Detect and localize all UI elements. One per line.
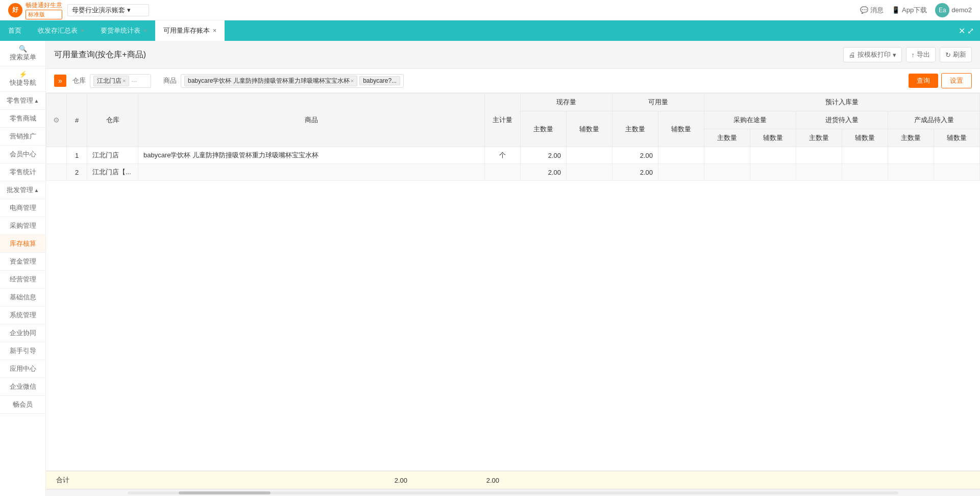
sidebar-item-retail-stats[interactable]: 零售统计 (0, 163, 45, 181)
sidebar-item-purchase[interactable]: 采购管理 (0, 217, 45, 235)
filter-row: 仓库 江北门店 × ··· 商品 babycare学饮杯 儿童防摔防撞吸管杯重力… (72, 74, 902, 88)
export-icon: ↑ (912, 51, 915, 59)
th-purchase-transit-aux: 辅数量 (750, 129, 796, 147)
warehouse-more-dots[interactable]: ··· (131, 77, 137, 85)
sidebar-item-retail-mall-label: 零售商城 (4, 114, 41, 123)
print-label: 按模板打印 (857, 50, 891, 59)
top-bar-left: 好 畅捷通好生意 标准版 母婴行业演示账套 ▾ (8, 1, 149, 19)
tab-available-stock[interactable]: 可用量库存账本 × (155, 20, 225, 41)
sidebar-item-quick-nav-label: 快捷导航 (4, 78, 41, 87)
th-goods-pending-main: 主数量 (796, 129, 842, 147)
sidebar-item-finance-label: 资金管理 (4, 257, 41, 266)
print-icon: 🖨 (849, 51, 855, 59)
warehouse-tag-remove[interactable]: × (122, 78, 126, 84)
company-select[interactable]: 母婴行业演示账套 ▾ (67, 4, 149, 16)
query-btn[interactable]: 查询 (909, 74, 938, 88)
page-header: 可用量查询(按仓库+商品) 🖨 按模板打印 ▾ ↑ 导出 ↻ 刷新 (46, 41, 980, 69)
row2-stock-aux (567, 164, 612, 181)
table-footer: 合计 2.00 2.00 (46, 470, 980, 489)
avatar: Ea (935, 3, 949, 17)
warehouse-tag-jiangbei: 江北门店 × (93, 76, 129, 86)
sidebar-item-enterprise-wechat[interactable]: 企业微信 (0, 378, 45, 396)
user-area[interactable]: Ea demo2 (935, 3, 972, 17)
sidebar-item-marketing-label: 营销推广 (4, 132, 41, 141)
sidebar-item-retail-stats-label: 零售统计 (4, 168, 41, 177)
row1-purchase-transit-main (704, 147, 750, 164)
app-download-btn[interactable]: 📱 App下载 (892, 6, 927, 15)
th-stock-aux: 辅数量 (567, 111, 612, 147)
sidebar-item-finance[interactable]: 资金管理 (0, 253, 45, 271)
sidebar-item-member-center[interactable]: 会员中心 (0, 146, 45, 163)
row2-product-pending-main (888, 164, 934, 181)
th-index: # (67, 93, 87, 147)
sidebar-item-marketing[interactable]: 营销推广 (0, 128, 45, 146)
sidebar-item-operations[interactable]: 经营管理 (0, 271, 45, 289)
row2-unit (485, 164, 521, 181)
tab-receive[interactable]: 收发存汇总表 × (30, 20, 92, 41)
logo-text: 畅捷通好生意 (26, 1, 62, 10)
sidebar-item-retail-mall[interactable]: 零售商城 (0, 110, 45, 128)
wholesale-label: 批发管理 (7, 185, 33, 195)
sidebar-item-system-mgmt[interactable]: 系统管理 (0, 306, 45, 324)
sidebar-item-purchase-label: 采购管理 (4, 221, 41, 230)
product-tag-babycare-remove[interactable]: × (351, 78, 354, 84)
th-product-pending: 产成品待入量 (888, 111, 980, 129)
filter-expand-btn[interactable]: » (54, 75, 66, 87)
sidebar-item-app-center[interactable]: 应用中心 (0, 360, 45, 378)
sidebar-item-enterprise-collab[interactable]: 企业协同 (0, 324, 45, 342)
sidebar-item-ecommerce-label: 电商管理 (4, 203, 41, 212)
tab-order-stat[interactable]: 要货单统计表 × (92, 20, 155, 41)
sidebar-item-inventory[interactable]: 库存核算 (0, 235, 45, 253)
row2-goods-pending-aux (842, 164, 888, 181)
refresh-icon: ↻ (945, 51, 951, 59)
settings-gear-icon[interactable]: ⚙ (53, 116, 60, 124)
row1-settings (46, 147, 67, 164)
th-settings[interactable]: ⚙ (46, 93, 67, 147)
row2-purchase-transit-aux (750, 164, 796, 181)
tab-order-stat-close[interactable]: × (143, 27, 147, 34)
nav-tabs: 首页 收发存汇总表 × 要货单统计表 × 可用量库存账本 × ✕ ⤢ (0, 20, 980, 41)
print-btn[interactable]: 🖨 按模板打印 ▾ (843, 47, 902, 62)
company-name: 母婴行业演示账套 (72, 6, 125, 15)
scroll-bar-area (46, 489, 980, 496)
sidebar-item-inventory-label: 库存核算 (4, 239, 41, 248)
sidebar-item-ecommerce[interactable]: 电商管理 (0, 199, 45, 217)
sidebar-item-wholesale[interactable]: 批发管理 ▲ (0, 181, 45, 199)
sidebar-item-quick-nav[interactable]: ⚡ 快捷导航 (0, 66, 45, 92)
close-all-icon[interactable]: ✕ (959, 26, 965, 36)
sidebar-item-new-guide[interactable]: 新手引导 (0, 342, 45, 360)
scroll-thumb[interactable] (179, 491, 271, 494)
export-btn[interactable]: ↑ 导出 (906, 47, 936, 62)
product-filter-input[interactable]: babycare学饮杯 儿童防摔防撞吸管杯重力球吸嘴杯宝宝水杯 × babyca… (181, 74, 404, 88)
th-current-stock: 现存量 (521, 93, 612, 111)
warehouse-tag-text: 江北门店 (97, 77, 121, 85)
row2-avail-main: 2.00 (612, 164, 658, 181)
sidebar-item-vip-member[interactable]: 畅会员 (0, 396, 45, 414)
sidebar-item-app-center-label: 应用中心 (4, 364, 41, 373)
row2-goods-pending-main (796, 164, 842, 181)
expand-icon[interactable]: ⤢ (967, 26, 974, 36)
setting-btn[interactable]: 设置 (941, 73, 972, 88)
product-tag-babycare-text: babycare学饮杯 儿童防摔防撞吸管杯重力球吸嘴杯宝宝水杯 (188, 77, 350, 85)
th-product-pending-main: 主数量 (888, 129, 934, 147)
warehouse-filter-input[interactable]: 江北门店 × ··· (90, 74, 151, 88)
sidebar-item-basic-info[interactable]: 基础信息 (0, 289, 45, 306)
nav-close-area: ✕ ⤢ (952, 26, 980, 36)
sidebar-item-basic-info-label: 基础信息 (4, 293, 41, 302)
row2-purchase-transit-main (704, 164, 750, 181)
refresh-btn[interactable]: ↻ 刷新 (940, 47, 972, 62)
scroll-track[interactable] (128, 491, 898, 494)
message-btn[interactable]: 💬 消息 (860, 6, 884, 15)
sidebar-item-member-center-label: 会员中心 (4, 150, 41, 159)
tab-receive-close[interactable]: × (81, 27, 84, 34)
tab-home[interactable]: 首页 (0, 20, 30, 41)
filter-actions-right: 查询 设置 (909, 73, 972, 88)
message-icon: 💬 (860, 6, 868, 14)
top-bar: 好 畅捷通好生意 标准版 母婴行业演示账套 ▾ 💬 消息 📱 App下载 Ea … (0, 0, 980, 20)
app-icon: 📱 (892, 6, 900, 14)
tab-available-stock-close[interactable]: × (213, 27, 216, 34)
sidebar-item-search-menu[interactable]: 🔍 搜索菜单 (0, 41, 45, 66)
row1-unit: 个 (485, 147, 521, 164)
th-goods-pending: 进货待入量 (796, 111, 888, 129)
sidebar-item-retail-mgmt[interactable]: 零售管理 ▲ (0, 92, 45, 110)
